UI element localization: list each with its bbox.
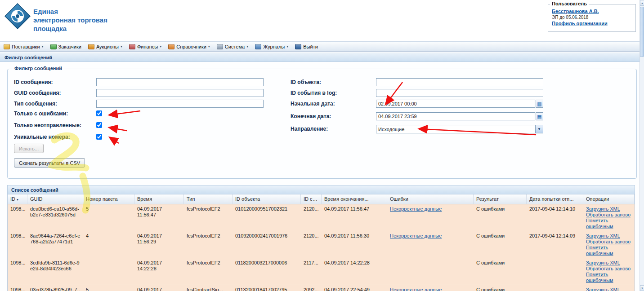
start-date-input[interactable]	[376, 100, 535, 108]
column-header-id[interactable]: ID ▾	[8, 194, 27, 204]
menu-label: Финансы	[137, 44, 158, 49]
cell-object-id: 0109200002417001976	[233, 231, 301, 258]
table-row: 1098... dea0bed6-ea10-a56d-b2c7-e831d326…	[8, 204, 635, 231]
column-header-id-so[interactable]: ID со...	[301, 194, 322, 204]
cell-end-time: 04.09.2017 22:54:49	[322, 285, 387, 291]
org-profile-link[interactable]: Профиль организации	[552, 20, 632, 26]
vertical-scrollbar[interactable]: ▲ ▼	[640, 0, 644, 291]
message-guid-input[interactable]	[96, 89, 264, 97]
menu-label: Заказчики	[58, 44, 81, 49]
load-xml-link[interactable]: Загрузить XML	[586, 206, 632, 212]
error-details-link[interactable]: Некорректные данные	[390, 287, 442, 291]
filter-panel: Фильтр сообщений ID сообщения: GUID сооб…	[7, 69, 637, 179]
mark-error-link[interactable]: Пометить ошибочным	[586, 245, 632, 256]
column-header-end-time[interactable]: Время окончания...	[322, 194, 387, 204]
end-date-calendar-icon[interactable]: ▦	[536, 112, 543, 120]
cell-id: 1098...	[8, 285, 27, 291]
label-message-guid: GUID сообщения:	[14, 90, 61, 96]
direction-select[interactable]: Исходящие ▼	[376, 125, 543, 133]
chevron-down-icon: ▾	[286, 44, 288, 48]
combo-dropdown-icon: ▼	[535, 125, 543, 133]
cell-operations: Загрузить XML Обработать заново Пометить…	[583, 285, 635, 291]
cell-time: 04.09.2017	[134, 285, 184, 291]
user-panel-title: Пользователь	[550, 1, 589, 6]
menu-item-customers[interactable]: Заказчики	[50, 44, 81, 49]
load-xml-link[interactable]: Загрузить XML	[586, 287, 632, 291]
cell-type: fcsProtocolEF2	[184, 204, 233, 231]
load-xml-link[interactable]: Загрузить XML	[586, 260, 632, 266]
app-window: Единая электронная торговая площадка Пол…	[0, 0, 644, 291]
object-id-input[interactable]	[376, 78, 543, 86]
start-date-calendar-icon[interactable]: ▦	[536, 100, 543, 108]
journals-icon	[255, 44, 261, 49]
menu-item-catalogs[interactable]: Справочники ▾	[168, 44, 210, 49]
column-header-operations[interactable]: Операции	[583, 194, 635, 204]
load-xml-link[interactable]: Загрузить XML	[586, 233, 632, 239]
cell-type: fcsProtocolEF2	[184, 231, 233, 258]
column-header-type[interactable]: Тип	[184, 194, 233, 204]
download-csv-button[interactable]: Скачать результаты в CSV	[14, 158, 85, 168]
menu-item-suppliers[interactable]: Поставщики ▾	[4, 44, 44, 49]
menu-item-journals[interactable]: Журналы ▾	[255, 44, 288, 49]
mark-error-link[interactable]: Пометить ошибочным	[586, 218, 632, 229]
sort-desc-icon: ▾	[17, 198, 18, 202]
column-header-errors[interactable]: Ошибки	[387, 194, 474, 204]
cell-id: 1098...	[8, 258, 27, 285]
column-header-time[interactable]: Время	[134, 194, 184, 204]
only-unsent-checkbox[interactable]	[96, 122, 102, 128]
messages-panel: Список сообщений ID ▾ GUID Номер пакета …	[7, 185, 635, 291]
search-button[interactable]: Искать...	[14, 144, 44, 153]
label-direction: Направление:	[291, 126, 328, 132]
cell-id: 1098...	[8, 204, 27, 231]
label-end-date: Конечная дата:	[291, 113, 331, 119]
label-start-date: Начальная дата:	[291, 101, 335, 107]
error-details-link[interactable]: Некорректные данные	[390, 206, 442, 212]
menu-label: Справочники	[176, 44, 206, 49]
cell-operations: Загрузить XML Обработать заново Пометить…	[583, 258, 635, 285]
cell-object-id: 0118200003217000006	[233, 258, 301, 285]
column-header-guid[interactable]: GUID	[27, 194, 83, 204]
cell-id-so: 2117...	[301, 258, 322, 285]
error-details-link[interactable]: Некорректные данные	[390, 233, 442, 239]
unique-numbers-checkbox[interactable]	[96, 134, 102, 140]
log-event-id-input[interactable]	[376, 89, 543, 97]
cell-attempt-date	[527, 258, 583, 285]
content-area: Фильтр сообщений ID сообщения: GUID сооб…	[0, 62, 640, 291]
column-header-package[interactable]: Номер пакета	[83, 194, 134, 204]
mark-error-link[interactable]: Пометить ошибочным	[586, 272, 632, 283]
column-header-result[interactable]: Результат	[474, 194, 527, 204]
reprocess-link[interactable]: Обработать заново	[586, 239, 632, 245]
header: Единая электронная торговая площадка Пол…	[0, 0, 640, 41]
cell-errors: Некорректные данные	[387, 231, 474, 258]
table-row: 1098... 8ac9644a-7264-e6ef-e768-a2b2a774…	[8, 231, 635, 258]
scroll-up-icon[interactable]: ▲	[640, 0, 644, 6]
menu-item-system[interactable]: Система ▾	[217, 44, 248, 49]
messages-panel-title: Список сообщений	[8, 185, 635, 194]
only-errors-checkbox[interactable]	[96, 110, 102, 116]
page-title: Фильтр сообщений	[0, 53, 640, 62]
message-type-input[interactable]	[96, 100, 264, 108]
scrollbar-thumb[interactable]	[640, 7, 644, 57]
chevron-down-icon: ▾	[121, 44, 122, 48]
scroll-down-icon[interactable]: ▼	[640, 285, 644, 291]
end-date-input[interactable]	[376, 112, 535, 120]
cell-attempt-date	[527, 285, 583, 291]
label-object-id: ID объекта:	[291, 79, 321, 85]
menu-item-finance[interactable]: Финансы ▾	[129, 44, 161, 49]
reprocess-link[interactable]: Обработать заново	[586, 266, 632, 272]
message-id-input[interactable]	[96, 78, 264, 86]
direction-selected-value: Исходящие	[378, 127, 404, 132]
column-header-object-id[interactable]: ID объекта	[233, 194, 301, 204]
menu-item-auctions[interactable]: Аукционы ▾	[88, 44, 122, 49]
cert-expiry-text: ЭП до 05.06.2018	[552, 14, 632, 20]
cell-object-id: 0113200018417002795	[233, 285, 301, 291]
reprocess-link[interactable]: Обработать заново	[586, 212, 632, 218]
user-name-link[interactable]: Бесстрашнова А.В.	[552, 8, 632, 14]
customers-icon	[50, 44, 57, 49]
menu-label: Журналы	[263, 44, 285, 49]
column-header-attempt-date[interactable]: Дата попытки отп...	[527, 194, 583, 204]
menu-item-exit[interactable]: Выйти	[295, 44, 318, 49]
chevron-down-icon: ▾	[42, 44, 44, 48]
cell-time: 04.09.2017 14:22:28	[134, 258, 184, 285]
user-panel: Пользователь Бесстрашнова А.В. ЭП до 05.…	[548, 4, 636, 32]
